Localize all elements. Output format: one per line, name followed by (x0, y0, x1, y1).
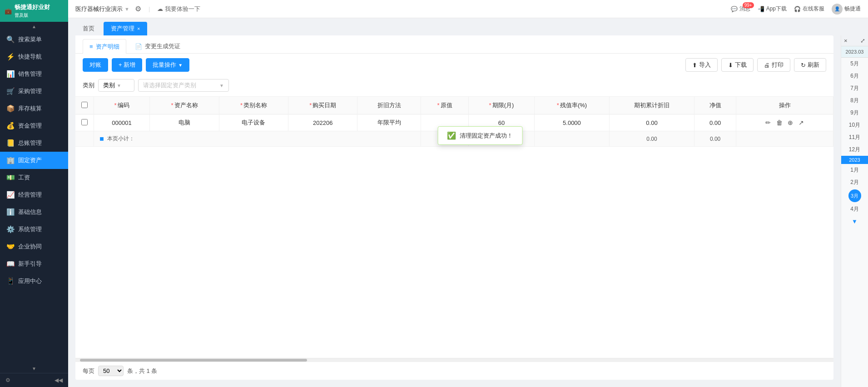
export-button[interactable]: ⬆ 导入 (685, 58, 718, 72)
horizontal-scrollbar[interactable] (75, 358, 833, 362)
close-timeline-icon[interactable]: × (844, 37, 848, 44)
sidebar-item-payroll[interactable]: 💵 工资 (0, 169, 68, 186)
settings-icon[interactable]: ⚙ (5, 377, 10, 383)
timeline-month-2023-2[interactable]: 2月 (841, 176, 868, 189)
cell-depreciation: 年限平均 (357, 114, 421, 131)
sidebar-scroll-down[interactable]: ▼ (0, 364, 68, 373)
online-service-btn[interactable]: 🎧 在线客服 (794, 5, 824, 13)
timeline-month-12[interactable]: 12月 (841, 144, 868, 156)
sidebar-item-quick-nav[interactable]: ⚡ 快捷导航 (0, 48, 68, 65)
app-download-btn[interactable]: 📲 App下载 (758, 5, 787, 13)
col-period: *期限(月) (469, 97, 535, 114)
sidebar-item-cooperation[interactable]: 🤝 企业协同 (0, 238, 68, 255)
timeline-month-2023-3[interactable]: 3月 (848, 189, 861, 202)
print-label: 打印 (772, 61, 784, 69)
col-residual-rate: *残值率(%) (534, 97, 609, 114)
delete-icon[interactable]: 🗑 (774, 118, 784, 127)
timeline-month-8[interactable]: 8月 (841, 94, 868, 107)
subtotal-empty1 (75, 131, 94, 147)
sidebar-item-purchase[interactable]: 🛒 采购管理 (0, 83, 68, 100)
sidebar-item-operations[interactable]: 📈 经营管理 (0, 186, 68, 203)
col-code: *编码 (94, 97, 150, 114)
collapse-icon[interactable]: ◀◀ (55, 377, 63, 383)
sidebar-item-finance[interactable]: 💰 资金管理 (0, 117, 68, 134)
tab-active-label: 资产管理 (111, 25, 134, 33)
edit-icon[interactable]: ✏ (764, 118, 773, 127)
sidebar-item-basic-info[interactable]: ℹ️ 基础信息 (0, 203, 68, 221)
subtab-change-voucher[interactable]: 📄 变更生成凭证 (128, 39, 187, 53)
refresh-button[interactable]: ↻ 刷新 (794, 58, 826, 72)
refresh-icon: ↻ (801, 62, 806, 69)
print-button[interactable]: 🖨 打印 (757, 58, 790, 72)
reconcile-button[interactable]: 对账 (83, 58, 108, 72)
timeline-month-9[interactable]: 9月 (841, 107, 868, 119)
timeline-year-2023[interactable]: 2023 (841, 156, 868, 164)
timeline-month-6[interactable]: 6月 (841, 70, 868, 82)
col-net-value: 净值 (694, 97, 736, 114)
subtabs: ≡ 资产明细 📄 变更生成凭证 (75, 35, 833, 54)
sidebar-item-ledger[interactable]: 📒 总账管理 (0, 134, 68, 152)
download-button[interactable]: ⬇ 下载 (721, 58, 754, 72)
col-name: *资产名称 (150, 97, 219, 114)
category-value-select[interactable]: 请选择固定资产类别 ▼ (138, 79, 229, 92)
sidebar-item-search[interactable]: 🔍 搜索菜单 (0, 31, 68, 48)
tab-home[interactable]: 首页 (75, 22, 102, 35)
sidebar-item-app-center[interactable]: 📱 应用中心 (0, 273, 68, 290)
batch-button[interactable]: 批量操作 ▼ (146, 58, 189, 72)
timeline-month-11[interactable]: 11月 (841, 131, 868, 144)
timeline-month-5[interactable]: 5月 (841, 58, 868, 70)
copy-icon[interactable]: ⊕ (786, 118, 795, 127)
timeline-month-2023-4[interactable]: 4月 (841, 203, 868, 215)
chevron-down-icon: ▼ (178, 63, 183, 68)
sidebar-scroll-up[interactable]: ▲ (0, 22, 68, 31)
guide-icon: 📖 (6, 260, 15, 268)
nav-icon: ⚡ (6, 53, 15, 61)
category-type-select[interactable]: 类别 ▼ (98, 79, 134, 92)
tabbar: 首页 资产管理 × (68, 18, 868, 35)
new-button[interactable]: + 新增 (112, 58, 142, 72)
toolbar-right: ⬆ 导入 ⬇ 下载 🖨 打印 ↻ 刷新 (685, 58, 826, 72)
system-icon: ⚙️ (6, 225, 15, 233)
sidebar-item-label: 固定资产 (18, 156, 42, 164)
coop-icon: 🤝 (6, 243, 15, 251)
timeline-scroll-down[interactable]: ▼ (841, 215, 868, 228)
sidebar-item-sales[interactable]: 📊 销售管理 (0, 65, 68, 83)
user-menu[interactable]: 👤 畅捷通 (832, 4, 861, 15)
payroll-icon: 💵 (6, 174, 15, 182)
timeline-year-label: 2023.03 (846, 49, 864, 55)
cell-name: 电脑 (150, 114, 219, 131)
sidebar-item-label: 应用中心 (18, 277, 42, 285)
cell-net-value: 0.00 (694, 114, 736, 131)
row-checkbox[interactable] (81, 119, 88, 125)
sidebar-item-fixed-assets[interactable]: 🏢 固定资产 (0, 152, 68, 169)
page-size-select[interactable]: 50 100 200 (98, 366, 124, 376)
company-selector[interactable]: 医疗器械行业演示 ▼ (75, 5, 129, 13)
expand-timeline-icon[interactable]: ⤢ (860, 37, 865, 44)
sidebar-item-inventory[interactable]: 📦 库存核算 (0, 100, 68, 117)
message-btn[interactable]: 💬 消息 99+ (731, 5, 750, 13)
list-icon: ≡ (89, 43, 93, 50)
sidebar-item-system[interactable]: ⚙️ 系统管理 (0, 221, 68, 238)
timeline-month-7[interactable]: 7月 (841, 82, 868, 94)
more-icon[interactable]: ↗ (797, 118, 806, 127)
timeline-month-2023-1[interactable]: 1月 (841, 164, 868, 176)
timeline-month-10[interactable]: 10月 (841, 119, 868, 131)
cell-checkbox[interactable] (75, 114, 94, 131)
tab-close-icon[interactable]: × (137, 26, 140, 31)
reconcile-label: 对账 (89, 61, 101, 69)
sidebar-item-label: 基础信息 (18, 208, 42, 216)
select-all-checkbox[interactable] (81, 102, 88, 108)
cell-code: 000001 (94, 114, 150, 131)
scrollbar-thumb[interactable] (80, 359, 307, 362)
timeline-panel: × ⤢ 2023.03 5月 6月 7月 8月 9月 10月 11月 12月 2… (841, 35, 868, 387)
doc-icon: 📄 (135, 43, 142, 50)
settings-icon[interactable]: ⚙ (135, 5, 141, 13)
tab-asset-management[interactable]: 资产管理 × (104, 22, 147, 35)
experience-btn[interactable]: ☁ 我要体验一下 (157, 5, 200, 13)
avatar: 👤 (832, 4, 843, 15)
info-icon: ℹ️ (6, 208, 15, 216)
search-icon: 🔍 (6, 35, 15, 44)
subtab-asset-detail[interactable]: ≡ 资产明细 (83, 39, 126, 54)
main-content: 医疗器械行业演示 ▼ ⚙ | ☁ 我要体验一下 💬 消息 99+ 📲 App下载… (68, 0, 868, 387)
sidebar-item-guide[interactable]: 📖 新手引导 (0, 255, 68, 273)
